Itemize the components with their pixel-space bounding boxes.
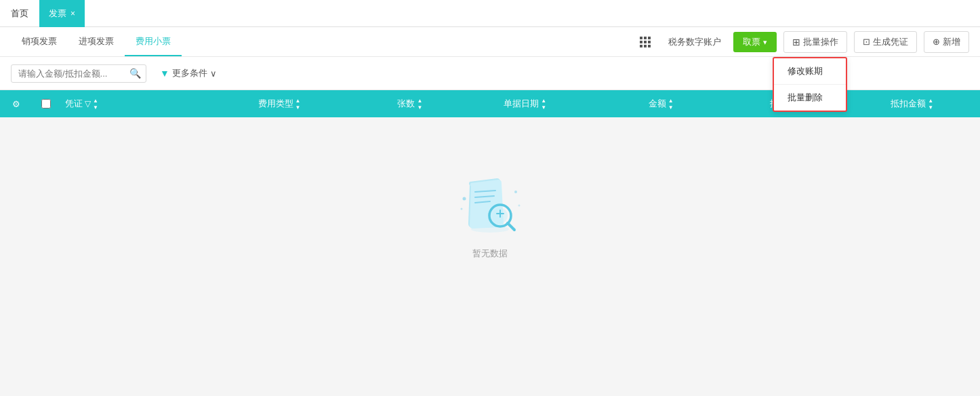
th-date-sort[interactable]: ▲ ▼: [541, 98, 546, 111]
take-ticket-button[interactable]: 取票: [733, 32, 777, 52]
th-count[interactable]: 张数 ▲ ▼: [363, 98, 457, 111]
filter-icon: ▼: [160, 68, 169, 79]
home-tab[interactable]: 首页: [0, 0, 39, 27]
th-date[interactable]: 单据日期 ▲ ▼: [457, 98, 593, 111]
tab-purchase-invoice[interactable]: 进项发票: [68, 27, 125, 56]
batch-op-button[interactable]: ⊞ 批量操作: [783, 31, 847, 53]
gear-icon: ⚙: [12, 99, 20, 109]
sub-nav: 销项发票 进项发票 费用小票 税务数字账户 取票 ⊞ 批量操作 修改账期: [0, 27, 980, 57]
sort-down-icon: ▼: [93, 104, 98, 111]
sub-nav-tabs: 销项发票 进项发票 费用小票: [11, 27, 182, 56]
search-input[interactable]: [11, 64, 146, 83]
top-nav: 首页 发票 ×: [0, 0, 980, 27]
sort-up-icon: ▲: [417, 98, 422, 104]
invoice-tab[interactable]: 发票 ×: [39, 0, 85, 27]
tab-sales-invoice[interactable]: 销项发票: [11, 27, 68, 56]
batch-icon: ⊞: [792, 37, 800, 47]
take-ticket-chevron-icon: [763, 37, 767, 47]
close-tab-icon[interactable]: ×: [70, 9, 75, 18]
th-date-label: 单据日期: [504, 98, 539, 110]
add-icon: ⊕: [933, 37, 940, 47]
batch-op-label: 批量操作: [803, 36, 838, 48]
sort-down-icon: ▼: [417, 104, 422, 111]
more-conditions-button[interactable]: ▼ 更多条件 ∨: [155, 64, 222, 83]
more-conditions-chevron-icon: ∨: [210, 68, 217, 79]
empty-state-icon: [449, 172, 531, 239]
th-expense-type-label: 费用类型: [258, 98, 293, 110]
empty-state: 暂无数据: [0, 117, 980, 287]
th-count-label: 张数: [397, 98, 415, 110]
sort-up-icon: ▲: [928, 98, 933, 104]
th-voucher[interactable]: 凭证 ▽ ▲ ▼: [60, 98, 196, 111]
svg-point-10: [461, 208, 463, 210]
empty-state-text: 暂无数据: [472, 248, 508, 260]
gen-voucher-label: 生成凭证: [873, 36, 908, 48]
th-voucher-sort[interactable]: ▲ ▼: [93, 98, 98, 111]
more-conditions-label: 更多条件: [172, 67, 207, 79]
sort-up-icon: ▲: [668, 98, 674, 104]
sort-down-icon: ▼: [295, 104, 301, 111]
sort-up-icon: ▲: [295, 98, 301, 104]
take-ticket-label: 取票: [743, 36, 760, 48]
batch-op-wrapper: ⊞ 批量操作 修改账期 批量删除: [783, 31, 847, 53]
th-gear[interactable]: ⚙: [0, 99, 33, 109]
sort-down-icon: ▼: [541, 104, 546, 111]
select-all-checkbox[interactable]: [41, 99, 51, 108]
svg-point-9: [463, 197, 466, 201]
gen-voucher-button[interactable]: ⊡ 生成凭证: [854, 31, 917, 53]
add-button[interactable]: ⊕ 新增: [924, 31, 969, 53]
qr-code-button[interactable]: [634, 31, 656, 53]
th-amount-sort[interactable]: ▲ ▼: [668, 98, 674, 111]
sort-up-icon: ▲: [541, 98, 546, 104]
th-deduction-amount-label: 抵扣金额: [891, 98, 926, 110]
search-icon[interactable]: 🔍: [129, 68, 141, 79]
batch-op-dropdown: 修改账期 批量删除: [773, 57, 847, 112]
th-deduction-amount[interactable]: 抵扣金额 ▲ ▼: [844, 98, 980, 111]
th-count-sort[interactable]: ▲ ▼: [417, 98, 422, 111]
modify-period-item[interactable]: 修改账期: [774, 58, 846, 84]
invoice-tab-label: 发票: [49, 7, 66, 20]
th-amount-label: 金额: [649, 98, 666, 110]
th-voucher-filter-icon: ▽: [85, 99, 91, 108]
th-expense-type[interactable]: 费用类型 ▲ ▼: [196, 98, 363, 111]
th-expense-type-sort[interactable]: ▲ ▼: [295, 98, 301, 111]
sort-down-icon: ▼: [668, 104, 674, 111]
gen-voucher-icon: ⊡: [863, 37, 870, 47]
search-wrap: 🔍: [11, 64, 146, 83]
svg-point-11: [514, 191, 517, 193]
add-label: 新增: [943, 36, 960, 48]
th-checkbox[interactable]: [33, 99, 60, 108]
tab-expense-receipt[interactable]: 费用小票: [125, 27, 182, 56]
sort-up-icon: ▲: [93, 98, 98, 104]
th-deduction-amount-sort[interactable]: ▲ ▼: [928, 98, 933, 111]
batch-delete-item[interactable]: 批量删除: [774, 85, 846, 111]
th-voucher-label: 凭证: [65, 98, 83, 110]
svg-point-12: [518, 205, 520, 207]
sub-nav-actions: 税务数字账户 取票 ⊞ 批量操作 修改账期 批量删除 ⊡ 生成凭证 ⊕ 新增: [634, 31, 969, 53]
sort-down-icon: ▼: [928, 104, 933, 111]
qr-grid-icon: [640, 37, 651, 47]
th-amount[interactable]: 金额 ▲ ▼: [593, 98, 729, 111]
tax-account-button[interactable]: 税务数字账户: [663, 36, 727, 48]
